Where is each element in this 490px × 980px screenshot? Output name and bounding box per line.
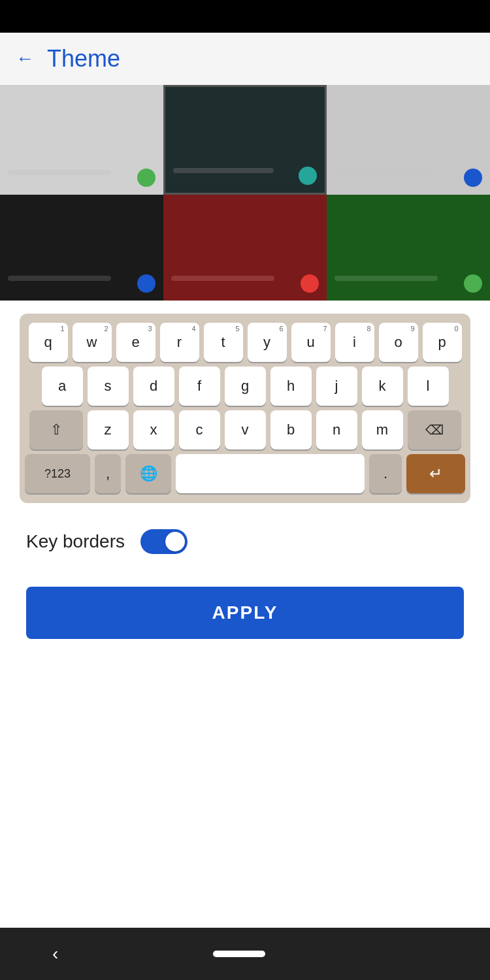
keyboard-section: 🎤 1q 2w 3e 4r 5t 6y 7u 8i 9o 0p a s d f … xyxy=(0,301,490,503)
key-enter[interactable]: ↵ xyxy=(406,454,465,493)
settings-section: Key borders xyxy=(0,503,490,554)
theme-bar xyxy=(335,276,438,281)
nav-back-icon[interactable]: ‹ xyxy=(52,943,58,964)
key-backspace[interactable]: ⌫ xyxy=(408,410,461,449)
apply-button[interactable]: APPLY xyxy=(26,587,464,639)
key-r[interactable]: 4r xyxy=(160,323,199,362)
theme-card-dark-red[interactable] xyxy=(163,195,327,301)
key-row-3: ⇧ z x c v b n m ⌫ xyxy=(25,410,465,449)
theme-grid xyxy=(0,85,490,301)
key-i[interactable]: 8i xyxy=(335,323,374,362)
key-borders-toggle[interactable] xyxy=(140,529,188,554)
key-y[interactable]: 6y xyxy=(248,323,287,362)
theme-card-dark-black[interactable] xyxy=(0,195,163,301)
page-title: Theme xyxy=(47,45,120,73)
key-g[interactable]: g xyxy=(225,367,266,406)
key-n[interactable]: n xyxy=(316,410,357,449)
key-b[interactable]: b xyxy=(270,410,312,449)
key-m[interactable]: m xyxy=(362,410,403,449)
key-shift[interactable]: ⇧ xyxy=(29,410,83,449)
key-x[interactable]: x xyxy=(133,410,174,449)
key-borders-label: Key borders xyxy=(26,531,125,552)
key-z[interactable]: z xyxy=(88,410,129,449)
key-period[interactable]: . xyxy=(369,454,402,493)
status-bar xyxy=(0,0,490,33)
theme-card-light-gray[interactable] xyxy=(327,85,490,195)
theme-card-dark-green[interactable] xyxy=(327,195,490,301)
theme-dot-blue2 xyxy=(137,274,155,293)
key-e[interactable]: 3e xyxy=(116,323,155,362)
key-v[interactable]: v xyxy=(225,410,266,449)
theme-bar xyxy=(8,170,111,175)
theme-bar xyxy=(173,168,274,173)
theme-dot-green2 xyxy=(464,274,482,293)
key-num123[interactable]: ?123 xyxy=(25,454,90,493)
toggle-knob xyxy=(165,532,185,551)
theme-card-dark-blue[interactable] xyxy=(163,85,327,195)
key-w[interactable]: 2w xyxy=(73,323,112,362)
theme-dot-red xyxy=(301,274,319,293)
key-d[interactable]: d xyxy=(133,367,174,406)
key-u[interactable]: 7u xyxy=(291,323,331,362)
key-row-2: a s d f g h j k l xyxy=(25,367,465,406)
key-row-4: ?123 , 🌐 . ↵ xyxy=(25,454,465,493)
theme-bar xyxy=(335,170,438,175)
theme-dot-teal xyxy=(299,167,317,185)
key-f[interactable]: f xyxy=(179,367,220,406)
nav-home-indicator[interactable] xyxy=(213,951,265,957)
theme-dot-blue xyxy=(464,169,482,187)
key-comma[interactable]: , xyxy=(95,454,121,493)
key-space[interactable] xyxy=(176,454,365,493)
key-t[interactable]: 5t xyxy=(204,323,243,362)
key-h[interactable]: h xyxy=(270,367,312,406)
header: ← Theme xyxy=(0,33,490,85)
theme-dot-green xyxy=(137,169,155,187)
theme-card-light[interactable] xyxy=(0,85,163,195)
theme-bar xyxy=(8,276,111,281)
key-c[interactable]: c xyxy=(179,410,220,449)
key-j[interactable]: j xyxy=(316,367,357,406)
key-p[interactable]: 0p xyxy=(423,323,462,362)
key-row-1: 1q 2w 3e 4r 5t 6y 7u 8i 9o 0p xyxy=(25,323,465,362)
theme-bar xyxy=(171,276,274,281)
key-q[interactable]: 1q xyxy=(29,323,68,362)
key-o[interactable]: 9o xyxy=(379,323,418,362)
key-k[interactable]: k xyxy=(362,367,403,406)
key-s[interactable]: s xyxy=(88,367,129,406)
key-a[interactable]: a xyxy=(42,367,83,406)
apply-section: APPLY xyxy=(0,554,490,639)
nav-bar: ‹ xyxy=(0,928,490,980)
back-button[interactable]: ← xyxy=(16,48,34,69)
key-l[interactable]: l xyxy=(408,367,449,406)
keyboard-wrapper: 🎤 1q 2w 3e 4r 5t 6y 7u 8i 9o 0p a s d f … xyxy=(20,314,470,503)
key-globe[interactable]: 🌐 xyxy=(125,454,171,493)
